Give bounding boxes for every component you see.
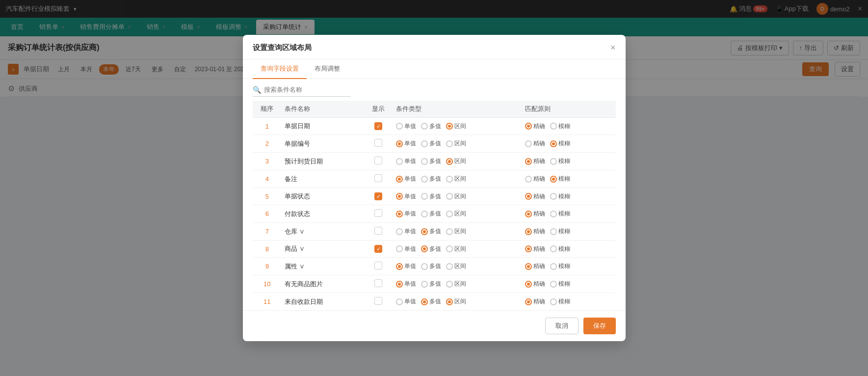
type-radio-item[interactable]: 单值 bbox=[396, 262, 416, 264]
match-radio-item[interactable]: 精确 bbox=[525, 139, 545, 148]
match-radio-item[interactable]: 精确 bbox=[525, 262, 545, 264]
match-radio-group: 精确模糊 bbox=[525, 227, 613, 236]
type-radio-group: 单值多值区间 bbox=[396, 192, 519, 201]
row-name: 属性 ∨ bbox=[285, 263, 305, 264]
radio-label: 模糊 bbox=[558, 192, 570, 201]
type-radio-item[interactable]: 单值 bbox=[396, 175, 416, 183]
display-checkbox[interactable] bbox=[374, 262, 382, 264]
display-checkbox[interactable] bbox=[374, 209, 382, 217]
display-checkbox[interactable] bbox=[374, 157, 382, 164]
type-radio-item[interactable]: 区间 bbox=[446, 227, 466, 236]
type-radio-item[interactable]: 单值 bbox=[396, 245, 416, 253]
type-radio-item[interactable]: 多值 bbox=[421, 175, 441, 183]
radio-circle bbox=[421, 263, 428, 264]
match-radio-item[interactable]: 精确 bbox=[525, 210, 545, 218]
type-radio-item[interactable]: 单值 bbox=[396, 122, 416, 131]
radio-label: 多值 bbox=[429, 175, 441, 183]
match-radio-item[interactable]: 精确 bbox=[525, 245, 545, 253]
radio-circle bbox=[525, 140, 532, 147]
match-radio-item[interactable]: 模糊 bbox=[550, 157, 570, 165]
radio-circle bbox=[446, 123, 453, 130]
type-radio-item[interactable]: 单值 bbox=[396, 139, 416, 148]
col-type: 条件类型 bbox=[393, 101, 522, 118]
radio-circle bbox=[550, 123, 557, 130]
type-radio-item[interactable]: 区间 bbox=[446, 175, 466, 183]
radio-circle bbox=[446, 176, 453, 183]
display-checkbox[interactable] bbox=[374, 227, 382, 235]
type-radio-item[interactable]: 多值 bbox=[421, 210, 441, 218]
match-radio-item[interactable]: 精确 bbox=[525, 157, 545, 165]
modal-close-button[interactable]: × bbox=[610, 43, 616, 53]
type-radio-item[interactable]: 区间 bbox=[446, 192, 466, 201]
match-radio-item[interactable]: 模糊 bbox=[550, 210, 570, 218]
match-radio-item[interactable]: 精确 bbox=[525, 175, 545, 183]
modal-title: 设置查询区域布局 bbox=[253, 43, 312, 53]
radio-circle bbox=[525, 176, 532, 183]
radio-label: 多值 bbox=[429, 192, 441, 201]
match-radio-item[interactable]: 模糊 bbox=[550, 245, 570, 253]
col-order: 顺序 bbox=[253, 101, 282, 118]
row-order: 1 bbox=[265, 123, 269, 130]
match-radio-item[interactable]: 精确 bbox=[525, 122, 545, 131]
match-radio-item[interactable]: 模糊 bbox=[550, 122, 570, 131]
radio-label: 多值 bbox=[429, 139, 441, 148]
row-name: 备注 bbox=[285, 175, 297, 183]
radio-circle bbox=[550, 263, 557, 264]
type-radio-item[interactable]: 单值 bbox=[396, 157, 416, 165]
radio-label: 模糊 bbox=[558, 139, 570, 148]
type-radio-item[interactable]: 单值 bbox=[396, 192, 416, 201]
type-radio-item[interactable]: 多值 bbox=[421, 157, 441, 165]
radio-circle bbox=[550, 245, 557, 252]
radio-circle bbox=[446, 158, 453, 165]
table-row: 6付款状态单值多值区间精确模糊 bbox=[253, 205, 616, 223]
radio-circle bbox=[396, 158, 403, 165]
display-checkbox[interactable] bbox=[374, 174, 382, 182]
type-radio-item[interactable]: 区间 bbox=[446, 262, 466, 264]
display-checkbox[interactable]: ✓ bbox=[374, 192, 382, 200]
radio-label: 区间 bbox=[454, 192, 466, 201]
radio-circle bbox=[446, 245, 453, 252]
match-radio-item[interactable]: 精确 bbox=[525, 192, 545, 201]
tab-layout[interactable]: 布局调整 bbox=[307, 59, 348, 79]
radio-circle bbox=[525, 123, 532, 130]
type-radio-item[interactable]: 单值 bbox=[396, 227, 416, 236]
match-radio-item[interactable]: 模糊 bbox=[550, 227, 570, 236]
match-radio-item[interactable]: 模糊 bbox=[550, 262, 570, 264]
table-row: 9属性 ∨单值多值区间精确模糊 bbox=[253, 258, 616, 264]
type-radio-item[interactable]: 多值 bbox=[421, 227, 441, 236]
display-checkbox[interactable]: ✓ bbox=[374, 245, 382, 253]
radio-circle bbox=[525, 193, 532, 200]
search-input[interactable] bbox=[261, 85, 351, 94]
display-checkbox[interactable]: ✓ bbox=[374, 122, 382, 130]
type-radio-item[interactable]: 多值 bbox=[421, 122, 441, 131]
type-radio-item[interactable]: 多值 bbox=[421, 245, 441, 253]
radio-circle bbox=[550, 211, 557, 217]
radio-label: 精确 bbox=[533, 175, 545, 183]
tab-query-fields[interactable]: 查询字段设置 bbox=[253, 59, 307, 79]
match-radio-item[interactable]: 模糊 bbox=[550, 175, 570, 183]
radio-label: 多值 bbox=[429, 122, 441, 131]
radio-label: 多值 bbox=[429, 157, 441, 165]
radio-label: 精确 bbox=[533, 139, 545, 148]
radio-circle bbox=[421, 140, 428, 147]
type-radio-item[interactable]: 区间 bbox=[446, 245, 466, 253]
radio-label: 模糊 bbox=[558, 262, 570, 264]
match-radio-item[interactable]: 模糊 bbox=[550, 139, 570, 148]
match-radio-group: 精确模糊 bbox=[525, 210, 613, 218]
display-checkbox[interactable] bbox=[374, 139, 382, 147]
radio-label: 单值 bbox=[404, 139, 416, 148]
match-radio-group: 精确模糊 bbox=[525, 175, 613, 183]
type-radio-item[interactable]: 区间 bbox=[446, 139, 466, 148]
type-radio-item[interactable]: 区间 bbox=[446, 157, 466, 165]
table-row: 1单据日期✓单值多值区间精确模糊 bbox=[253, 118, 616, 135]
radio-circle bbox=[550, 193, 557, 200]
type-radio-item[interactable]: 多值 bbox=[421, 262, 441, 264]
type-radio-item[interactable]: 多值 bbox=[421, 192, 441, 201]
type-radio-item[interactable]: 多值 bbox=[421, 139, 441, 148]
match-radio-group: 精确模糊 bbox=[525, 122, 613, 131]
match-radio-item[interactable]: 精确 bbox=[525, 227, 545, 236]
type-radio-item[interactable]: 单值 bbox=[396, 210, 416, 218]
type-radio-item[interactable]: 区间 bbox=[446, 122, 466, 131]
match-radio-item[interactable]: 模糊 bbox=[550, 192, 570, 201]
type-radio-item[interactable]: 区间 bbox=[446, 210, 466, 218]
